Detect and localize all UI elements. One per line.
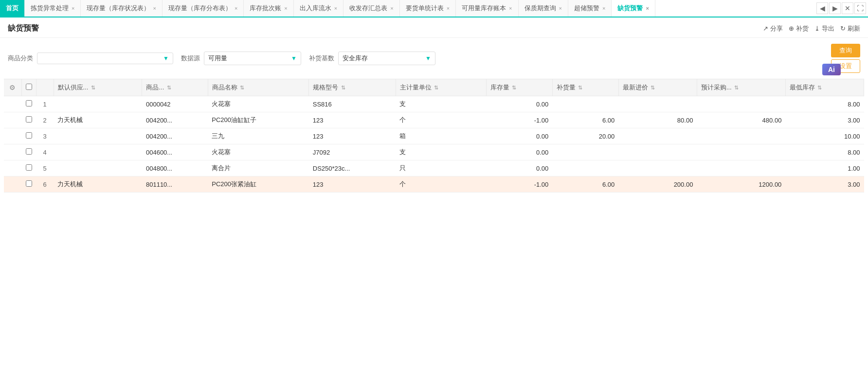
share-button[interactable]: ↗ 分享 <box>763 24 783 33</box>
row-number: 4 <box>36 144 54 160</box>
close-icon[interactable]: × <box>72 5 74 11</box>
row-supplier <box>54 128 142 144</box>
datasource-label: 数据源 <box>181 54 200 63</box>
tab-fullscreen-button[interactable]: ⛶ <box>854 2 866 14</box>
row-unit: 只 <box>396 160 486 176</box>
row-number: 1 <box>36 96 54 112</box>
code-label: 商品... <box>146 84 164 91</box>
tab-in-out-flow[interactable]: 出入库流水 × <box>294 0 344 17</box>
close-icon[interactable]: × <box>559 5 562 11</box>
replenish-base-label: 补货基数 <box>309 54 334 63</box>
row-checkbox[interactable] <box>26 180 32 187</box>
row-checkbox-cell[interactable] <box>21 128 36 144</box>
category-select[interactable]: ▼ <box>37 53 173 64</box>
table-row: 1 0000042 火花塞 SS816 支 0.00 8.00 <box>4 96 864 112</box>
close-icon[interactable]: × <box>602 5 605 11</box>
export-icon: ⤓ <box>814 25 820 32</box>
name-column-header[interactable]: 商品名称 ⇅ <box>208 79 309 96</box>
row-checkbox[interactable] <box>26 148 32 155</box>
unit-label: 主计量单位 <box>400 84 432 91</box>
tab-inventory-status-label: 现存量（库存状况表） <box>87 4 150 13</box>
row-stock: 0.00 <box>486 160 552 176</box>
close-icon[interactable]: × <box>235 5 237 11</box>
export-label: 导出 <box>822 24 834 33</box>
tab-batch-account-label: 库存批次账 <box>250 4 281 13</box>
row-gear-cell <box>4 128 21 144</box>
tab-bar: 首页 拣货异常处理 × 现存量（库存状况表） × 现存量（库存分布表） × 库存… <box>0 0 868 18</box>
tab-nav-buttons: ◀ ▶ ✕ ⛶ <box>815 2 868 14</box>
tab-batch-account[interactable]: 库存批次账 × <box>244 0 293 17</box>
spec-column-header[interactable]: 规格型号 ⇅ <box>309 79 396 96</box>
unit-column-header[interactable]: 主计量单位 ⇅ <box>396 79 486 96</box>
tab-close-button[interactable]: ✕ <box>842 2 853 14</box>
row-checkbox-cell[interactable] <box>21 176 36 193</box>
tab-inventory-dist-label: 现存量（库存分布表） <box>168 4 232 13</box>
close-icon[interactable]: × <box>646 5 649 11</box>
replenish-icon: ⊕ <box>789 25 794 32</box>
min-stock-column-header[interactable]: 最低库存 ⇅ <box>785 79 864 96</box>
est-purchase-column-header[interactable]: 预计采购... ⇅ <box>697 79 785 96</box>
row-gear-cell <box>4 160 21 176</box>
tab-next-button[interactable]: ▶ <box>829 2 841 14</box>
shortage-table: ⚙ 默认供应... ⇅ 商品... ⇅ 商品名称 ⇅ <box>4 79 864 193</box>
datasource-select[interactable]: 可用量 ▼ <box>204 52 301 65</box>
row-name: 三九 <box>208 128 309 144</box>
row-replenish: 20.00 <box>552 128 618 144</box>
gear-icon[interactable]: ⚙ <box>9 84 16 91</box>
row-gear-cell <box>4 112 21 128</box>
table-row: 4 004600... 火花塞 J7092 支 0.00 8.00 <box>4 144 864 160</box>
row-name: 火花塞 <box>208 144 309 160</box>
name-label: 商品名称 <box>212 84 237 91</box>
close-icon[interactable]: × <box>390 5 393 11</box>
query-button[interactable]: 查询 <box>831 44 860 57</box>
replenish-base-select[interactable]: 安全库存 ▼ <box>338 52 435 65</box>
replenish-button[interactable]: ⊕ 补货 <box>789 24 809 33</box>
tab-demand-stat[interactable]: 要货单统计表 × <box>400 0 456 17</box>
tab-abnormal[interactable]: 拣货异常处理 × <box>25 0 81 17</box>
row-checkbox-cell[interactable] <box>21 96 36 112</box>
est-purchase-sort-icon: ⇅ <box>734 85 739 90</box>
datasource-filter-group: 数据源 可用量 ▼ <box>181 52 301 65</box>
tab-available-ledger[interactable]: 可用量库存账本 × <box>456 0 518 17</box>
tab-inventory-status[interactable]: 现存量（库存状况表） × <box>81 0 162 17</box>
replenish-column-header[interactable]: 补货量 ⇅ <box>552 79 618 96</box>
code-column-header[interactable]: 商品... ⇅ <box>142 79 208 96</box>
stock-column-header[interactable]: 库存量 ⇅ <box>486 79 552 96</box>
latest-price-column-header[interactable]: 最新进价 ⇅ <box>618 79 697 96</box>
tab-inventory-dist[interactable]: 现存量（库存分布表） × <box>163 0 244 17</box>
row-checkbox[interactable] <box>26 164 32 171</box>
supplier-column-header[interactable]: 默认供应... ⇅ <box>54 79 142 96</box>
tab-recv-summary[interactable]: 收发存汇总表 × <box>344 0 399 17</box>
select-all-checkbox[interactable] <box>26 84 32 90</box>
close-icon[interactable]: × <box>153 5 156 11</box>
tab-shortage-label: 缺货预警 <box>617 4 643 13</box>
est-purchase-label: 预计采购... <box>701 84 732 91</box>
close-icon[interactable]: × <box>334 5 337 11</box>
tab-overstock[interactable]: 超储预警 × <box>568 0 612 17</box>
refresh-button[interactable]: ↻ 刷新 <box>840 24 860 33</box>
tab-expiry-query[interactable]: 保质期查询 × <box>519 0 568 17</box>
tab-prev-button[interactable]: ◀ <box>816 2 828 14</box>
row-checkbox[interactable] <box>26 100 32 106</box>
row-supplier <box>54 96 142 112</box>
row-checkbox[interactable] <box>26 132 32 139</box>
export-button[interactable]: ⤓ 导出 <box>814 24 834 33</box>
table-row: 5 004800... 离合片 DS250*23c... 只 0.00 1.00 <box>4 160 864 176</box>
gear-column-header[interactable]: ⚙ <box>4 79 21 96</box>
row-latest-price <box>618 160 697 176</box>
row-checkbox[interactable] <box>26 116 32 123</box>
ai-badge[interactable]: Ai <box>822 64 841 75</box>
close-icon[interactable]: × <box>284 5 287 11</box>
row-supplier: 力天机械 <box>54 176 142 193</box>
row-stock: 0.00 <box>486 96 552 112</box>
replenish-base-filter-group: 补货基数 安全库存 ▼ <box>309 52 435 65</box>
close-icon[interactable]: × <box>447 5 450 11</box>
row-checkbox-cell[interactable] <box>21 160 36 176</box>
row-checkbox-cell[interactable] <box>21 112 36 128</box>
row-name: 离合片 <box>208 160 309 176</box>
close-icon[interactable]: × <box>509 5 512 11</box>
row-checkbox-cell[interactable] <box>21 144 36 160</box>
row-stock: 0.00 <box>486 128 552 144</box>
tab-home[interactable]: 首页 <box>0 0 25 17</box>
tab-shortage[interactable]: 缺货预警 × <box>612 0 655 18</box>
